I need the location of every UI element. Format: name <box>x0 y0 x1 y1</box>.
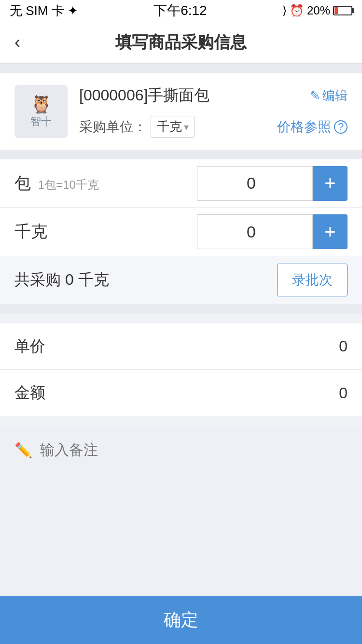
record-batch-button[interactable]: 录批次 <box>277 264 348 296</box>
kg-plus-button[interactable]: + <box>313 214 348 249</box>
total-label: 共采购 0 千克 <box>14 269 109 291</box>
amount-row: 金额 0 <box>0 370 362 416</box>
quantity-section: 包 1包=10千克 + 千克 + <box>0 159 362 256</box>
unit-price-value: 0 <box>339 337 348 355</box>
nav-bar: ‹ 填写商品采购信息 <box>0 21 362 64</box>
chevron-down-icon: ▾ <box>184 121 189 133</box>
product-name: [0000006]手撕面包 <box>79 85 209 106</box>
battery-percent: 20% <box>307 4 330 17</box>
edit-icon: ✎ <box>310 88 320 103</box>
edit-label: 编辑 <box>322 87 348 104</box>
product-card: 🦉 智十 [0000006]手撕面包 ✎ 编辑 采购单位： 千克 ▾ <box>0 73 362 150</box>
bao-input-row: 包 1包=10千克 + <box>0 159 362 208</box>
price-ref-help-icon: ? <box>334 120 348 134</box>
page-title: 填写商品采购信息 <box>115 31 247 54</box>
mid-divider <box>0 150 362 159</box>
sim-label: 无 SIM 卡 ✦ <box>10 2 78 19</box>
kg-qty-input[interactable] <box>197 214 313 249</box>
kg-qty-controls: + <box>197 214 348 249</box>
pencil-icon: ✏️ <box>14 442 32 459</box>
bottom-divider <box>0 304 362 314</box>
product-name-row: [0000006]手撕面包 ✎ 编辑 <box>79 85 348 106</box>
bao-sublabel: 1包=10千克 <box>38 178 99 191</box>
top-divider <box>0 64 362 73</box>
status-time: 下午6:12 <box>153 1 207 20</box>
kg-label: 千克 <box>14 222 47 240</box>
unit-price-row: 单价 0 <box>0 323 362 370</box>
note-input[interactable] <box>40 442 348 458</box>
bao-qty-controls: + <box>197 166 348 201</box>
amount-value: 0 <box>339 384 348 402</box>
bao-label-group: 包 1包=10千克 <box>14 172 197 195</box>
kg-input-row: 千克 + <box>0 208 362 256</box>
location-icon: ⟩ <box>282 4 287 17</box>
product-owl-icon: 🦉 <box>30 94 52 114</box>
status-right: ⟩ ⏰ 20% <box>282 4 352 17</box>
back-button[interactable]: ‹ <box>14 32 20 53</box>
amount-label: 金额 <box>14 382 45 404</box>
edit-button[interactable]: ✎ 编辑 <box>310 87 348 104</box>
product-thumbnail: 🦉 智十 <box>14 85 68 138</box>
unit-value: 千克 <box>157 118 182 135</box>
thumb-label: 智十 <box>30 114 52 129</box>
unit-select[interactable]: 千克 ▾ <box>151 116 195 138</box>
alarm-icon: ⏰ <box>290 4 304 17</box>
total-row: 共采购 0 千克 录批次 <box>0 256 362 304</box>
product-info: [0000006]手撕面包 ✎ 编辑 采购单位： 千克 ▾ 价格参照 ? <box>79 85 348 138</box>
unit-label: 采购单位： <box>79 118 147 136</box>
bao-label: 包 <box>14 174 31 192</box>
price-ref-button[interactable]: 价格参照 ? <box>277 118 348 136</box>
status-bar: 无 SIM 卡 ✦ 下午6:12 ⟩ ⏰ 20% <box>0 0 362 21</box>
kg-label-group: 千克 <box>14 221 197 243</box>
bao-qty-input[interactable] <box>197 166 313 201</box>
note-section[interactable]: ✏️ <box>0 426 362 474</box>
unit-price-label: 单价 <box>14 336 45 357</box>
price-section: 单价 0 金额 0 <box>0 323 362 416</box>
unit-row: 采购单位： 千克 ▾ 价格参照 ? <box>79 116 348 138</box>
confirm-button[interactable]: 确定 <box>0 596 362 644</box>
price-ref-label: 价格参照 <box>277 118 331 136</box>
battery-icon <box>333 6 352 15</box>
bao-plus-button[interactable]: + <box>313 166 348 201</box>
status-left: 无 SIM 卡 ✦ <box>10 2 78 19</box>
